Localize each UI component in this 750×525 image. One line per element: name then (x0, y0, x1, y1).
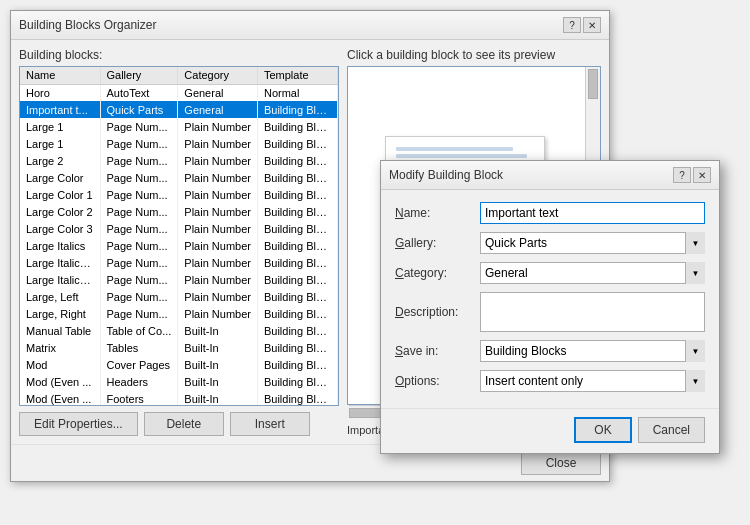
table-cell-gallery: Page Num... (100, 220, 178, 237)
table-cell-name: Large, Left (20, 288, 100, 305)
col-category[interactable]: Category (178, 67, 258, 84)
table-cell-gallery: Footers (100, 390, 178, 406)
table-cell-template: Building Blo... (257, 271, 337, 288)
table-row[interactable]: Mod (Even ...HeadersBuilt-InBuilding Blo… (20, 373, 338, 390)
table-row[interactable]: Large, LeftPage Num...Plain NumberBuildi… (20, 288, 338, 305)
table-cell-category: Plain Number (178, 186, 258, 203)
preview-line (396, 154, 527, 158)
cancel-button[interactable]: Cancel (638, 417, 705, 443)
name-label: Name: (395, 206, 480, 220)
table-cell-category: Plain Number (178, 288, 258, 305)
table-cell-template: Building Blo... (257, 356, 337, 373)
table-cell-category: Built-In (178, 373, 258, 390)
table-row[interactable]: Large Italics 2Page Num...Plain NumberBu… (20, 271, 338, 288)
main-close-button[interactable]: Close (521, 451, 601, 475)
save-in-select[interactable]: Building Blocks Normal Custom (480, 340, 705, 362)
modify-titlebar: Modify Building Block ? ✕ (381, 161, 719, 190)
table-container[interactable]: Name Gallery Category Template HoroAutoT… (19, 66, 339, 406)
table-cell-template: Building Blo... (257, 339, 337, 356)
table-cell-gallery: Page Num... (100, 152, 178, 169)
modify-help-button[interactable]: ? (673, 167, 691, 183)
table-cell-gallery: Table of Co... (100, 322, 178, 339)
table-cell-name: Large Italics (20, 237, 100, 254)
table-row[interactable]: Large Color 3Page Num...Plain NumberBuil… (20, 220, 338, 237)
table-cell-template: Building Blo... (257, 169, 337, 186)
table-cell-gallery: Page Num... (100, 169, 178, 186)
options-select[interactable]: Insert content only Insert content in it… (480, 370, 705, 392)
table-cell-gallery: Page Num... (100, 271, 178, 288)
building-blocks-label: Building blocks: (19, 48, 339, 62)
table-cell-name: Large 1 (20, 118, 100, 135)
bottom-buttons: Edit Properties... Delete Insert (19, 412, 339, 436)
options-row: Options: Insert content only Insert cont… (395, 370, 705, 392)
table-cell-template: Normal (257, 84, 337, 101)
table-cell-gallery: Cover Pages (100, 356, 178, 373)
edit-properties-button[interactable]: Edit Properties... (19, 412, 138, 436)
table-cell-name: Mod (20, 356, 100, 373)
table-cell-category: Built-In (178, 390, 258, 406)
table-cell-category: Built-In (178, 356, 258, 373)
table-cell-category: Built-In (178, 322, 258, 339)
table-cell-name: Large Color 1 (20, 186, 100, 203)
modify-content: Name: Gallery: Quick Parts AutoText Cove… (381, 190, 719, 408)
table-row[interactable]: Large 1Page Num...Plain NumberBuilding B… (20, 135, 338, 152)
description-label: Description: (395, 305, 480, 319)
table-cell-name: Large Italics 1 (20, 254, 100, 271)
delete-button[interactable]: Delete (144, 412, 224, 436)
save-in-row: Save in: Building Blocks Normal Custom ▼ (395, 340, 705, 362)
table-row[interactable]: Manual TableTable of Co...Built-InBuildi… (20, 322, 338, 339)
description-input[interactable] (480, 292, 705, 332)
close-button[interactable]: ✕ (583, 17, 601, 33)
insert-button[interactable]: Insert (230, 412, 310, 436)
table-cell-name: Large 2 (20, 152, 100, 169)
table-cell-category: Plain Number (178, 237, 258, 254)
table-cell-name: Important t... (20, 101, 100, 118)
table-row[interactable]: Important t...Quick PartsGeneralBuilding… (20, 101, 338, 118)
col-gallery[interactable]: Gallery (100, 67, 178, 84)
table-row[interactable]: Large Color 1Page Num...Plain NumberBuil… (20, 186, 338, 203)
table-cell-category: Plain Number (178, 203, 258, 220)
modify-dialog: Modify Building Block ? ✕ Name: Gallery:… (380, 160, 720, 454)
preview-scroll-thumb[interactable] (588, 69, 598, 99)
gallery-select[interactable]: Quick Parts AutoText Cover Pages Equatio… (480, 232, 705, 254)
table-cell-template: Building Blo... (257, 322, 337, 339)
table-cell-name: Manual Table (20, 322, 100, 339)
table-cell-category: Plain Number (178, 254, 258, 271)
col-name[interactable]: Name (20, 67, 100, 84)
category-select[interactable]: General Built-In Plain Number (480, 262, 705, 284)
table-row[interactable]: Mod (Even ...FootersBuilt-InBuilding Blo… (20, 390, 338, 406)
table-row[interactable]: Large ItalicsPage Num...Plain NumberBuil… (20, 237, 338, 254)
name-input[interactable] (480, 202, 705, 224)
table-cell-category: General (178, 101, 258, 118)
table-cell-name: Horo (20, 84, 100, 101)
ok-button[interactable]: OK (574, 417, 631, 443)
table-cell-gallery: Tables (100, 339, 178, 356)
table-cell-category: Plain Number (178, 271, 258, 288)
table-row[interactable]: Large ColorPage Num...Plain NumberBuildi… (20, 169, 338, 186)
modify-close-button[interactable]: ✕ (693, 167, 711, 183)
table-row[interactable]: ModCover PagesBuilt-InBuilding Blo... (20, 356, 338, 373)
table-cell-template: Building Blo... (257, 186, 337, 203)
table-cell-gallery: Page Num... (100, 186, 178, 203)
options-select-container: Insert content only Insert content in it… (480, 370, 705, 392)
table-row[interactable]: MatrixTablesBuilt-InBuilding Blo... (20, 339, 338, 356)
table-row[interactable]: Large Italics 1Page Num...Plain NumberBu… (20, 254, 338, 271)
help-button[interactable]: ? (563, 17, 581, 33)
table-cell-gallery: Page Num... (100, 288, 178, 305)
category-label: Category: (395, 266, 480, 280)
table-cell-template: Building Blo... (257, 254, 337, 271)
table-row[interactable]: Large, RightPage Num...Plain NumberBuild… (20, 305, 338, 322)
table-cell-category: General (178, 84, 258, 101)
table-cell-gallery: Page Num... (100, 254, 178, 271)
table-cell-category: Built-In (178, 339, 258, 356)
gallery-select-container: Quick Parts AutoText Cover Pages Equatio… (480, 232, 705, 254)
table-cell-gallery: Page Num... (100, 305, 178, 322)
col-template[interactable]: Template (257, 67, 337, 84)
table-row[interactable]: Large 1Page Num...Plain NumberBuilding B… (20, 118, 338, 135)
table-cell-template: Building Blo... (257, 305, 337, 322)
table-row[interactable]: HoroAutoTextGeneralNormal (20, 84, 338, 101)
options-label: Options: (395, 374, 480, 388)
table-cell-template: Building Blo... (257, 101, 337, 118)
table-row[interactable]: Large Color 2Page Num...Plain NumberBuil… (20, 203, 338, 220)
table-row[interactable]: Large 2Page Num...Plain NumberBuilding B… (20, 152, 338, 169)
